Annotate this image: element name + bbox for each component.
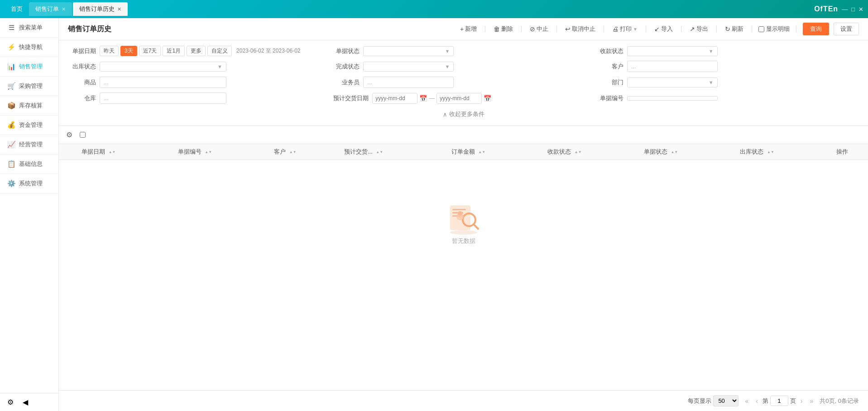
sidebar-collapse-icon[interactable]: ◀ <box>23 398 28 406</box>
date-end-input[interactable] <box>436 93 482 104</box>
sidebar-item-purchase-mgmt[interactable]: 🛒 采购管理 <box>0 77 58 96</box>
delete-icon: 🗑 <box>494 25 500 33</box>
sidebar-item-operations[interactable]: 📈 经营管理 <box>0 135 58 155</box>
print-btn[interactable]: 🖨 打印 ▼ <box>610 24 639 34</box>
sidebar-item-quick-nav[interactable]: ⚡ 快捷导航 <box>0 38 58 57</box>
sort-no-icon[interactable]: ▲▼ <box>205 150 212 154</box>
delete-label: 删除 <box>501 25 513 33</box>
customer-input[interactable]: ... <box>627 61 718 72</box>
query-btn[interactable]: 查询 <box>803 23 829 35</box>
page-input[interactable] <box>770 396 788 406</box>
table-settings-btn[interactable]: ⚙ <box>63 130 75 140</box>
stock-status-select[interactable]: ▼ <box>100 62 226 72</box>
goods-input[interactable]: ... <box>100 77 226 88</box>
col-amount: 订单金额 ▲▼ <box>447 144 543 160</box>
expected-date-label: 预计交货日期 <box>331 94 372 102</box>
print-icon: 🖨 <box>612 25 619 33</box>
complete-status-arrow-icon: ▼ <box>445 64 450 69</box>
complete-status-select[interactable]: ▼ <box>363 62 454 72</box>
maximize-btn[interactable]: □ <box>851 6 855 13</box>
cancel-stop-btn[interactable]: ↩ 取消中止 <box>563 24 597 34</box>
setting-btn[interactable]: 设置 <box>834 23 859 35</box>
date-btn-custom[interactable]: 自定义 <box>207 46 232 56</box>
date-btn-7days[interactable]: 近7天 <box>139 46 161 56</box>
filter-row-1: 单据日期 昨天 3天 近7天 近1月 更多 自定义 2023-06-02 至 2… <box>68 46 859 56</box>
order-no-input[interactable] <box>627 96 718 101</box>
stock-status-label: 出库状态 <box>68 63 100 71</box>
sidebar-item-sales-mgmt-label: 销售管理 <box>19 63 43 71</box>
next-page-btn[interactable]: › <box>798 396 806 406</box>
per-page-select[interactable]: 50 10 20 100 <box>713 395 739 406</box>
sidebar-settings-icon[interactable]: ⚙ <box>7 398 14 406</box>
calendar-start-icon[interactable]: 📅 <box>419 95 427 102</box>
sort-stock-icon[interactable]: ▲▼ <box>767 150 774 154</box>
tab-sales-order-history[interactable]: 销售订单历史 ✕ <box>73 2 128 16</box>
warehouse-input[interactable]: ... <box>100 92 226 104</box>
sidebar-item-search-menu[interactable]: ☰ 搜索菜单 <box>0 18 58 38</box>
svg-point-8 <box>458 211 462 216</box>
refresh-btn[interactable]: ↻ 刷新 <box>723 24 745 34</box>
tab-home[interactable]: 首页 <box>5 2 29 16</box>
col-status: 单据状态 ▲▼ <box>639 144 736 160</box>
sidebar-item-inventory[interactable]: 📦 库存核算 <box>0 96 58 116</box>
delete-btn[interactable]: 🗑 删除 <box>492 24 515 34</box>
date-btn-3days[interactable]: 3天 <box>120 46 137 56</box>
collapse-label: 收起更多条件 <box>449 110 484 118</box>
sidebar-item-sales-mgmt[interactable]: 📊 销售管理 <box>0 57 58 77</box>
sort-date-icon[interactable]: ▲▼ <box>109 150 116 154</box>
collapse-up-icon: ∧ <box>443 111 447 118</box>
empty-text: 暂无数据 <box>452 237 475 245</box>
sidebar-item-finance[interactable]: 💰 资金管理 <box>0 116 58 135</box>
col-date-label: 单据日期 <box>82 148 105 155</box>
payment-status-select[interactable]: ▼ <box>627 46 718 56</box>
sys-mgmt-icon: ⚙️ <box>7 179 15 188</box>
date-btn-more[interactable]: 更多 <box>187 46 206 56</box>
stop-btn[interactable]: ⊘ 中止 <box>528 24 550 34</box>
sort-amount-icon[interactable]: ▲▼ <box>478 150 485 154</box>
prev-page-btn[interactable]: ‹ <box>753 396 761 406</box>
content-area: 销售订单历史 + 新增 🗑 删除 ⊘ 中止 ↩ <box>59 18 868 411</box>
department-select[interactable]: ▼ <box>627 77 718 87</box>
close-btn[interactable]: ✕ <box>858 6 863 13</box>
department-label: 部门 <box>595 78 627 87</box>
sort-payment-icon[interactable]: ▲▼ <box>575 150 582 154</box>
filter-section: 单据日期 昨天 3天 近7天 近1月 更多 自定义 2023-06-02 至 2… <box>59 40 868 126</box>
table-toolbar: ⚙ <box>59 126 868 144</box>
order-status-select[interactable]: ▼ <box>363 46 454 56</box>
last-page-btn[interactable]: » <box>807 396 816 406</box>
date-btn-1month[interactable]: 近1月 <box>163 46 185 56</box>
pagination-bar: 每页显示 50 10 20 100 « ‹ 第 页 › » 共0页, 0条记录 <box>59 390 868 411</box>
select-all-checkbox[interactable] <box>80 132 86 138</box>
new-btn[interactable]: + 新增 <box>458 24 479 34</box>
calendar-end-icon[interactable]: 📅 <box>484 95 491 102</box>
sidebar-item-sys-mgmt[interactable]: ⚙️ 系统管理 <box>0 174 58 193</box>
refresh-label: 刷新 <box>732 25 743 33</box>
date-label: 单据日期 <box>68 47 100 55</box>
sort-customer-icon[interactable]: ▲▼ <box>289 150 297 154</box>
filter-payment-status-cell: 收款状态 ▼ <box>595 46 859 56</box>
divider6 <box>681 26 681 32</box>
display-toggle[interactable]: 显示明细 <box>758 25 790 33</box>
minimize-btn[interactable]: — <box>842 6 848 13</box>
sort-expected-icon[interactable]: ▲▼ <box>376 150 383 154</box>
tab-sales-order-close[interactable]: ✕ <box>62 6 66 12</box>
date-input-wrap: 📅 — 📅 <box>372 93 491 104</box>
sidebar-item-base-info[interactable]: 📋 基础信息 <box>0 155 58 174</box>
first-page-btn[interactable]: « <box>742 396 751 406</box>
collapse-btn[interactable]: ∧ 收起更多条件 <box>441 108 486 120</box>
import-btn[interactable]: ↙ 导入 <box>652 24 675 34</box>
stop-label: 中止 <box>537 25 548 33</box>
date-start-input[interactable] <box>372 93 417 104</box>
sort-status-icon[interactable]: ▲▼ <box>671 150 678 154</box>
display-toggle-checkbox[interactable] <box>758 26 764 32</box>
date-btn-today[interactable]: 昨天 <box>100 46 119 56</box>
col-status-label: 单据状态 <box>644 148 667 155</box>
stock-status-arrow-icon: ▼ <box>217 64 222 69</box>
salesperson-input[interactable]: ... <box>363 77 454 88</box>
export-btn[interactable]: ↗ 导出 <box>688 24 710 34</box>
tab-sales-order[interactable]: 销售订单 ✕ <box>29 2 72 16</box>
tab-sales-order-history-close[interactable]: ✕ <box>117 6 121 12</box>
page-header: 销售订单历史 + 新增 🗑 删除 ⊘ 中止 ↩ <box>59 18 868 40</box>
svg-rect-2 <box>452 209 466 210</box>
sales-mgmt-icon: 📊 <box>7 63 15 71</box>
